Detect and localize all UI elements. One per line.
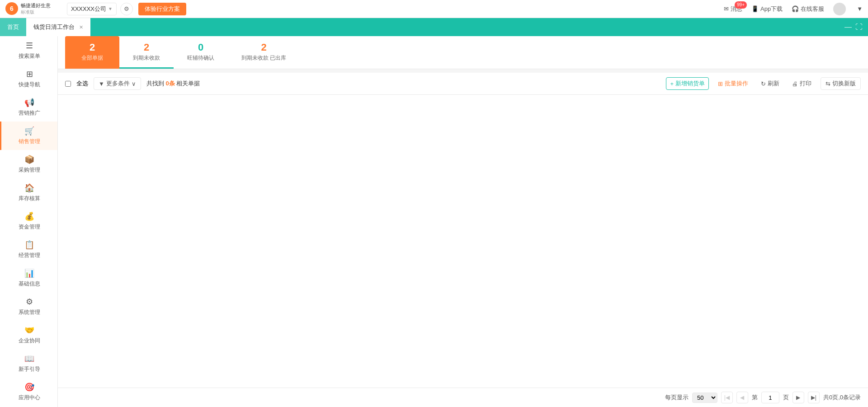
found-suffix: 相关单据: [176, 80, 200, 87]
sidebar-item-quicknav[interactable]: ⊞ 快捷导航: [0, 65, 57, 93]
filter-chevron-icon: ∨: [132, 80, 136, 87]
sidebar-sales-label: 销售管理: [19, 138, 40, 145]
toolbar-right: + 新增销货单 ⊞ 批量操作 ↻ 刷新 🖨 打印 ⇆ 切换新版: [666, 77, 861, 90]
user-avatar[interactable]: [833, 3, 846, 15]
stat-tab-overdue[interactable]: 2 到期未收款: [119, 36, 174, 69]
sidebar-search-label: 搜索菜单: [19, 52, 40, 60]
tab-qhrc-label: 钱货日清工作台: [33, 23, 75, 31]
sidebar-item-search[interactable]: ☰ 搜索菜单: [0, 36, 57, 65]
first-page-button[interactable]: |◀: [721, 392, 733, 403]
system-icon: ⚙: [26, 297, 33, 307]
sidebar-basic-info-label: 基础信息: [19, 280, 40, 288]
stat-tab-overdue-shipped[interactable]: 2 到期未收款 已出库: [228, 36, 300, 69]
stat-all-label: 全部单据: [81, 54, 103, 62]
sidebar-operations-label: 经营管理: [19, 252, 40, 259]
tab-close-icon[interactable]: ✕: [79, 24, 83, 30]
basic-info-icon: 📊: [24, 268, 34, 278]
add-sale-order-button[interactable]: + 新增销货单: [666, 77, 709, 90]
filter-icon: ▼: [99, 80, 104, 87]
settings-button[interactable]: ⚙: [120, 3, 133, 15]
message-button[interactable]: ✉ 消息 99+: [724, 5, 742, 13]
sidebar-quicknav-label: 快捷导航: [19, 81, 40, 89]
logo-area: 6 畅捷通好生意 标准版: [5, 2, 63, 15]
add-sale-order-label: 新增销货单: [675, 80, 705, 88]
stat-wangfu-label: 旺辅待确认: [187, 54, 214, 62]
sidebar-cooperation-label: 企业协同: [19, 337, 40, 345]
last-page-button[interactable]: ▶|: [808, 392, 820, 403]
stat-overdue-num: 2: [144, 42, 149, 53]
sidebar-item-cooperation[interactable]: 🤝 企业协同: [0, 321, 57, 349]
tab-bar: 首页 钱货日清工作台 ✕ — ⛶: [0, 18, 868, 36]
company-selector[interactable]: XXXXXX公司 ▼: [67, 3, 117, 15]
sidebar-item-guide[interactable]: 📖 新手引导: [0, 349, 57, 378]
batch-operation-button[interactable]: ⊞ 批量操作: [714, 78, 752, 89]
trial-button[interactable]: 体验行业方案: [138, 3, 186, 15]
stat-all-num: 2: [90, 42, 95, 53]
per-page-select[interactable]: 50 20 100: [692, 393, 717, 403]
page-number-input[interactable]: [761, 392, 779, 403]
user-dropdown-icon: ▼: [857, 5, 863, 12]
sidebar-item-purchase[interactable]: 📦 采购管理: [0, 150, 57, 178]
sidebar-finance-label: 资金管理: [19, 223, 40, 231]
sidebar-item-operations[interactable]: 📋 经营管理: [0, 235, 57, 264]
app-download-button[interactable]: 📱 App下载: [751, 5, 783, 13]
phone-icon: 📱: [751, 5, 759, 12]
tab-minimize-button[interactable]: —: [844, 23, 852, 31]
content-area: 2 全部单据 2 到期未收款 0 旺辅待确认 2 到期未收款 已出库: [58, 36, 868, 407]
stat-overdue-shipped-num: 2: [261, 42, 267, 53]
sidebar-item-marketing[interactable]: 📢 营销推广: [0, 93, 57, 122]
batch-icon: ⊞: [718, 80, 723, 87]
headset-icon: 🎧: [792, 5, 799, 12]
message-badge: 99+: [735, 1, 747, 9]
gear-icon: ⚙: [124, 5, 129, 12]
print-icon: 🖨: [792, 80, 798, 87]
online-service-label: 在线客服: [801, 5, 824, 13]
filter-label: 更多条件: [106, 80, 130, 88]
app-download-label: App下载: [760, 5, 783, 13]
found-count: 0条: [166, 80, 175, 87]
cooperation-icon: 🤝: [24, 325, 34, 335]
refresh-button[interactable]: ↻ 刷新: [757, 78, 783, 89]
stat-tab-wangfu[interactable]: 0 旺辅待确认: [174, 36, 228, 69]
refresh-icon: ↻: [761, 80, 766, 87]
sidebar-item-appstore[interactable]: 🎯 应用中心: [0, 378, 57, 406]
next-page-button[interactable]: ▶: [793, 392, 804, 403]
guide-icon: 📖: [24, 354, 34, 364]
main-layout: ☰ 搜索菜单 ⊞ 快捷导航 📢 营销推广 🛒 销售管理 📦 采购管理 🏠 库存核…: [0, 36, 868, 407]
user-name[interactable]: ▼: [855, 5, 863, 12]
batch-label: 批量操作: [725, 80, 748, 88]
dropdown-arrow-icon: ▼: [108, 6, 113, 11]
sidebar-purchase-label: 采购管理: [19, 166, 40, 174]
top-header: 6 畅捷通好生意 标准版 XXXXXX公司 ▼ ⚙ 体验行业方案 ✉ 消息 99…: [0, 0, 868, 18]
prev-page-button[interactable]: ◀: [736, 392, 748, 403]
inventory-icon: 🏠: [24, 183, 34, 193]
sidebar: ☰ 搜索菜单 ⊞ 快捷导航 📢 营销推广 🛒 销售管理 📦 采购管理 🏠 库存核…: [0, 36, 58, 407]
pagination-bar: 每页显示 50 20 100 |◀ ◀ 第 页 ▶ ▶| 共0页,0条记录: [58, 388, 868, 407]
quicknav-icon: ⊞: [26, 69, 33, 79]
more-filter-button[interactable]: ▼ 更多条件 ∨: [94, 77, 141, 90]
select-all-checkbox[interactable]: [65, 81, 71, 87]
sidebar-item-basic-info[interactable]: 📊 基础信息: [0, 264, 57, 292]
app-title: 畅捷通好生意: [21, 2, 51, 9]
print-button[interactable]: 🖨 打印: [788, 78, 815, 89]
tab-maximize-button[interactable]: ⛶: [855, 23, 863, 31]
online-service-button[interactable]: 🎧 在线客服: [792, 5, 824, 13]
switch-version-button[interactable]: ⇆ 切换新版: [821, 77, 861, 90]
sidebar-item-system[interactable]: ⚙ 系统管理: [0, 292, 57, 321]
total-info: 共0页,0条记录: [823, 393, 861, 402]
sidebar-item-inventory[interactable]: 🏠 库存核算: [0, 178, 57, 207]
table-area: [58, 95, 868, 388]
sidebar-item-sales[interactable]: 🛒 销售管理: [0, 122, 57, 150]
search-menu-icon: ☰: [26, 41, 33, 51]
page-label: 第: [752, 393, 758, 402]
tab-home[interactable]: 首页: [0, 18, 26, 36]
stat-tab-all[interactable]: 2 全部单据: [65, 36, 119, 69]
tab-qhrc[interactable]: 钱货日清工作台 ✕: [26, 18, 90, 36]
appstore-icon: 🎯: [24, 382, 34, 392]
per-page-label: 每页显示: [665, 393, 689, 402]
finance-icon: 💰: [24, 211, 34, 221]
stat-overdue-label: 到期未收款: [133, 54, 160, 62]
switch-label: 切换新版: [832, 80, 856, 88]
select-all-label: 全选: [76, 80, 88, 88]
sidebar-item-finance[interactable]: 💰 资金管理: [0, 207, 57, 235]
